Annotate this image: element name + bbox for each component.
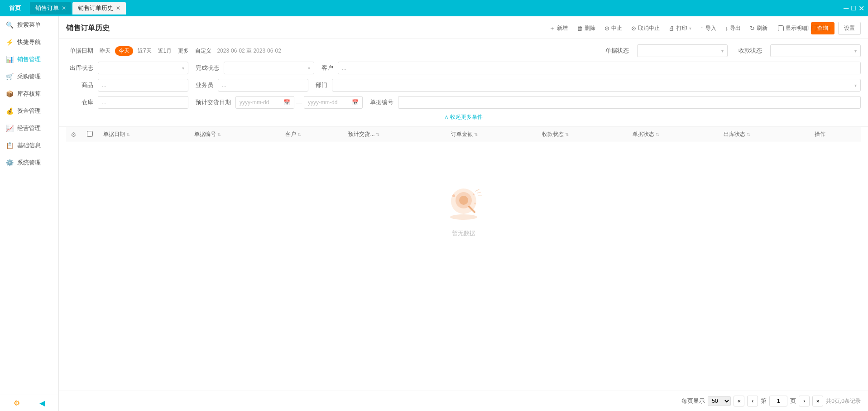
calendar-end-icon: 📅 [352,99,359,106]
th-out-stock-status: 出库状态 ⇅ [719,127,810,142]
sidebar-item-inventory[interactable]: 📦 库存核算 [0,85,58,102]
tab-home[interactable]: 首页 [4,2,26,15]
import-button[interactable]: ↑ 导入 [698,23,719,34]
select-all-checkbox[interactable] [87,131,93,137]
sidebar-item-quick-nav[interactable]: ⚡ 快捷导航 [0,34,58,51]
sidebar-item-purchase-mgmt[interactable]: 🛒 采购管理 [0,68,58,85]
salesperson-dots: ... [222,82,226,88]
export-icon: ↓ [725,25,729,32]
date-tab-more[interactable]: 更多 [176,46,191,56]
prev-page-button[interactable]: ‹ [747,396,758,406]
voucher-no-label: 单据编号 [370,98,398,106]
show-detail-checkbox-label[interactable]: 显示明细 [778,24,807,32]
data-table: ⚙ 单据日期 ⇅ 单据编号 [66,127,861,142]
sidebar-item-finance-label: 资金管理 [17,107,41,115]
query-button[interactable]: 查询 [811,22,834,34]
purchase-mgmt-icon: 🛒 [5,73,14,81]
tab-sales-order[interactable]: 销售订单 ✕ [30,2,72,15]
sidebar-item-base-info[interactable]: 📋 基础信息 [0,137,58,154]
th-customer-sort[interactable]: 客户 ⇅ [285,131,340,138]
print-button[interactable]: 🖨 打印 ▾ [666,23,694,34]
calendar-start-icon: 📅 [283,99,290,106]
maximize-button[interactable]: □ [851,4,856,12]
delete-button[interactable]: 🗑 删除 [574,23,598,34]
finance-icon: 💰 [5,107,14,115]
out-stock-arrow-icon: ▾ [182,66,184,71]
out-stock-select[interactable]: ▾ [98,62,188,74]
collapse-sidebar-icon[interactable]: ◀ [39,399,45,407]
th-no-sort[interactable]: 单据编号 ⇅ [194,131,276,138]
voucher-status-select[interactable]: ▾ [637,44,728,57]
sidebar: 🔍 搜索菜单 ⚡ 快捷导航 📊 销售管理 🛒 采购管理 📦 库存核算 💰 资金管… [0,16,59,411]
warehouse-dots: ... [102,99,106,106]
date-tab-today[interactable]: 今天 [115,46,133,56]
sidebar-item-system-mgmt[interactable]: ⚙️ 系统管理 [0,154,58,171]
th-action: 操作 [810,127,861,142]
th-payment-status: 收款状态 ⇅ [537,127,628,142]
complete-status-select[interactable]: ▾ [224,62,314,74]
date-range-display: 2023-06-02 至 2023-06-02 [217,47,281,55]
sidebar-item-search-menu[interactable]: 🔍 搜索菜单 [0,16,58,34]
department-select[interactable]: ▾ [332,79,861,92]
date-tab-yesterday[interactable]: 昨天 [98,46,112,56]
expected-date-end[interactable]: yyyy-mm-dd 📅 [304,96,363,109]
add-button[interactable]: ＋ 新增 [547,23,571,34]
th-expected-date-sort[interactable]: 预计交货... ⇅ [348,131,441,138]
tab-sales-order-close[interactable]: ✕ [62,5,66,11]
cancel-stop-button[interactable]: ⊘ 取消中止 [628,23,662,34]
th-date-sort[interactable]: 单据日期 ⇅ [103,131,185,138]
sidebar-item-sales-mgmt-label: 销售管理 [17,55,41,63]
expected-date-start[interactable]: yyyy-mm-dd 📅 [235,96,294,109]
stop-button[interactable]: ⊘ 中止 [602,23,625,34]
sidebar-item-operations[interactable]: 📈 经营管理 [0,120,58,137]
show-detail-checkbox[interactable] [778,25,784,31]
sort-no-icon: ⇅ [217,132,221,137]
salesperson-input[interactable]: ... [218,79,308,92]
last-page-button[interactable]: » [812,396,823,406]
date-tab-last1m[interactable]: 近1月 [156,46,174,56]
sidebar-item-base-info-label: 基础信息 [17,141,41,150]
empty-icon [441,179,486,224]
cancel-stop-label: 取消中止 [638,24,660,32]
th-voucher-status-sort[interactable]: 单据状态 ⇅ [633,131,715,138]
refresh-button[interactable]: ↻ 刷新 [747,23,770,34]
date-tab-custom[interactable]: 自定义 [193,46,213,56]
minimize-button[interactable]: ─ [844,4,849,12]
setting-button[interactable]: 设置 [838,22,861,35]
th-out-stock-status-label: 出库状态 [724,131,745,138]
close-window-button[interactable]: ✕ [858,4,864,13]
table-settings-icon[interactable]: ⚙ [71,131,77,138]
th-voucher-status-label: 单据状态 [633,131,654,138]
first-page-button[interactable]: « [734,396,744,406]
th-amount-sort[interactable]: 订单金额 ⇅ [451,131,533,138]
voucher-no-input[interactable] [398,96,861,109]
export-button[interactable]: ↓ 导出 [723,23,744,34]
settings-bottom-icon[interactable]: ⚙ [14,399,20,407]
svg-line-9 [477,192,481,193]
sidebar-item-sales-mgmt[interactable]: 📊 销售管理 [0,51,58,68]
date-tab-last7[interactable]: 近7天 [136,46,153,56]
department-label: 部门 [316,81,332,89]
th-expected-date: 预计交货... ⇅ [344,127,446,142]
sidebar-item-search-menu-label: 搜索菜单 [17,21,41,29]
warehouse-input[interactable]: ... [98,96,188,109]
th-no: 单据编号 ⇅ [190,127,281,142]
filter-row-1: 单据日期 昨天 今天 近7天 近1月 更多 自定义 2023-06-02 至 2… [66,44,861,57]
current-page-input[interactable] [769,396,787,406]
goods-input[interactable]: ... [98,79,188,92]
collapse-filter-row[interactable]: ∧ 收起更多条件 [66,113,861,121]
customer-input[interactable]: ... [338,62,861,74]
next-page-button[interactable]: › [799,396,810,406]
sort-amount-icon: ⇅ [474,132,478,137]
payment-status-select[interactable]: ▾ [770,44,861,57]
complete-status-label: 完成状态 [196,64,224,72]
th-out-stock-status-sort[interactable]: 出库状态 ⇅ [724,131,806,138]
page-size-select[interactable]: 102050100 [708,396,731,406]
voucher-status-label: 单据状态 [605,47,633,55]
th-amount-label: 订单金额 [451,131,473,138]
th-payment-status-sort[interactable]: 收款状态 ⇅ [542,131,624,138]
refresh-icon: ↻ [750,25,755,32]
sidebar-item-finance[interactable]: 💰 资金管理 [0,102,58,120]
tab-sales-order-history[interactable]: 销售订单历史 ✕ [72,2,126,15]
tab-sales-order-history-close[interactable]: ✕ [116,5,120,11]
